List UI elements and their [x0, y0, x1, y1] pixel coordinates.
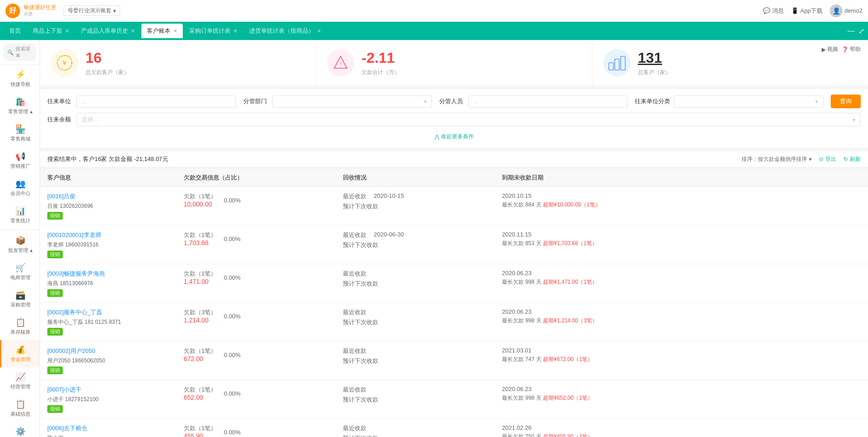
tab-inbound-stats[interactable]: 进货单统计表（按商品） ✕ — [244, 24, 326, 38]
last-collection-date-0: 2020-10-15 — [374, 192, 404, 201]
sidebar-finance-label: 资金管理 — [10, 356, 30, 363]
batch-mgmt-icon: 📦 — [15, 236, 25, 246]
customer-name-5[interactable]: [0007]小进干 — [47, 386, 184, 394]
sort-label: 排序：按欠款金额倒序排序 — [742, 156, 807, 163]
debt-percent-2: 0.00% — [224, 274, 241, 281]
table-row: [0016]吕俊 吕俊 13026203696 现销 欠款（1笔） 10,000… — [40, 187, 868, 226]
overdue-link-3[interactable]: 超期¥1,214.00（3笔） — [543, 317, 597, 324]
balance-select[interactable]: 选择... ▾ — [76, 113, 861, 126]
dept-select[interactable]: ▾ — [272, 95, 432, 108]
industry-name: 母婴行业演示账套 — [68, 7, 111, 15]
minimize-icon[interactable]: — — [848, 27, 855, 35]
tab-product-off-close[interactable]: ✕ — [65, 28, 69, 34]
sidebar-item-operation[interactable]: 📈 经营管理 — [0, 367, 40, 395]
sidebar-item-quick-nav[interactable]: ⚡ 快捷导航 — [0, 65, 40, 92]
sidebar-item-system[interactable]: ⚙️ 系统管理 — [0, 422, 40, 437]
overdue-link-5[interactable]: 超期¥652.00（1笔） — [543, 395, 593, 401]
unit-category-select[interactable]: ▾ — [674, 95, 823, 108]
stat-number-total-customers: 131 — [638, 49, 671, 66]
tab-product-history[interactable]: 产成品入库单历史 ✕ — [75, 24, 140, 38]
customer-name-6[interactable]: [0006]去下粮仓 — [47, 424, 184, 432]
user-name: demo2 — [844, 7, 863, 14]
tab-product-history-close[interactable]: ✕ — [131, 28, 135, 34]
last-collection-label-0: 最近收款 — [343, 192, 366, 201]
sidebar-item-member[interactable]: 👥 会员中心 — [0, 174, 40, 201]
avatar: 👤 — [830, 5, 843, 17]
customer-name-3[interactable]: [0002]服务中心_丁磊 — [47, 308, 184, 316]
search-button[interactable]: 查询 — [831, 95, 861, 108]
overdue-link-2[interactable]: 超期¥1,471.00（1笔） — [543, 279, 597, 285]
tab-inbound-stats-close[interactable]: ✕ — [317, 28, 321, 34]
overdue-link-0[interactable]: 超期¥10,000.00（1笔） — [543, 201, 601, 208]
app-download-btn[interactable]: 📱 App下载 — [791, 7, 823, 15]
overdue-date-5: 2020.06.23 — [502, 386, 861, 392]
customer-info-0: [0016]吕俊 吕俊 13026203696 现销 — [47, 192, 184, 220]
overdue-link-6[interactable]: 超期¥455.90（1笔） — [543, 433, 593, 437]
customer-name-1[interactable]: [0001020001]李老师 — [47, 231, 184, 239]
sidebar-search-label: 搜索菜单 — [15, 45, 32, 59]
sidebar-item-ecommerce[interactable]: 🛒 电商管理 — [0, 258, 40, 286]
customer-phone-4: 用户2050 18665062050 — [47, 357, 184, 365]
sidebar-search-box[interactable]: 🔍 搜索菜单 — [4, 44, 36, 61]
sidebar-item-retail-mgmt[interactable]: 🛍️ 零售管理 ▴ — [0, 92, 40, 120]
next-collection-label-2: 预计下次收款 — [343, 280, 378, 288]
collapse-button[interactable]: ⋀ 收起更多条件 — [47, 131, 861, 142]
user-menu[interactable]: 👤 demo2 — [830, 5, 863, 17]
source-unit-input[interactable]: ... — [76, 95, 236, 108]
overdue-link-1[interactable]: 超期¥1,703.68（1笔） — [543, 240, 597, 246]
export-btn[interactable]: ⊙ 导出 — [819, 156, 836, 163]
tab-purchase-order-close[interactable]: ✕ — [233, 28, 237, 34]
unit-category-label: 往来单位分类 — [635, 97, 670, 105]
debt-amount-5[interactable]: 652.00 — [184, 394, 216, 401]
video-btn[interactable]: ▶ 视频 — [822, 45, 838, 53]
customer-name-2[interactable]: [0003]畅捷服务尹海燕 — [47, 270, 184, 278]
industry-selector[interactable]: 母婴行业演示账套 ▾ — [64, 5, 120, 16]
tab-customer-account[interactable]: 客户账本 ✕ — [141, 24, 183, 38]
col-header-overdue: 到期未收款日期 — [502, 174, 861, 182]
last-collection-label-4: 最近收款 — [343, 347, 366, 355]
recovery-info-5: 最近收款 预计下次收款 — [343, 386, 502, 404]
recovery-row-0: 最近收款 2020-10-15 — [343, 192, 502, 201]
sort-selector[interactable]: 排序：按欠款金额倒序排序 ▾ — [742, 156, 812, 163]
tab-product-off[interactable]: 商品上下架 ✕ — [27, 24, 75, 38]
debt-percent-4: 0.00% — [224, 352, 241, 358]
debt-amount-2[interactable]: 1,471.00 — [184, 278, 216, 285]
debt-info-2: 欠款（1笔） 1,471.00 0.00% — [184, 270, 343, 285]
overdue-link-4[interactable]: 超期¥672.00（1笔） — [543, 356, 593, 362]
debt-amount-6[interactable]: 455.90 — [184, 432, 216, 437]
tab-home[interactable]: 首页 — [4, 24, 26, 38]
refresh-btn[interactable]: ↻ 刷新 — [843, 156, 861, 163]
expand-icon[interactable]: ⤢ — [858, 27, 864, 35]
sidebar-item-retail-stats[interactable]: 📊 零售统计 — [0, 201, 40, 229]
result-actions: 排序：按欠款金额倒序排序 ▾ ⊙ 导出 ↻ 刷新 — [742, 156, 861, 163]
debt-amount-3[interactable]: 1,214.00 — [184, 316, 216, 324]
debt-info-6: 欠款（1笔） 455.90 0.00% — [184, 424, 343, 437]
manager-dots: ... — [473, 98, 478, 105]
sidebar-item-finance[interactable]: 💰 资金管理 — [0, 340, 40, 367]
debt-amount-0[interactable]: 10,000.00 — [184, 201, 216, 208]
sidebar-item-purchase[interactable]: 🗃️ 采购管理 — [0, 286, 40, 313]
sidebar-item-inventory[interactable]: 📋 库存核算 — [0, 313, 40, 340]
overdue-date-6: 2021.02.26 — [502, 424, 861, 431]
sidebar-item-retail-mall[interactable]: 🏪 零售商城 — [0, 120, 40, 147]
recovery-info-4: 最近收款 预计下次收款 — [343, 347, 502, 365]
customer-name-4[interactable]: [000002]用户2050 — [47, 347, 184, 355]
tab-purchase-order[interactable]: 采购订单统计表 ✕ — [184, 24, 243, 38]
tab-customer-account-close[interactable]: ✕ — [173, 28, 177, 34]
sidebar-item-marketing[interactable]: 📢 营销推广 — [0, 147, 40, 174]
manager-input[interactable]: ... — [468, 95, 628, 108]
help-btn[interactable]: ❓ 帮助 — [842, 45, 861, 53]
debt-info-0: 欠款（1笔） 10,000.00 0.00% — [184, 192, 343, 208]
debt-amount-1[interactable]: 1,703.68 — [184, 239, 216, 246]
balance-arrow-icon: ▾ — [853, 116, 856, 123]
sidebar-retail-stats-label: 零售统计 — [10, 217, 30, 224]
customer-name-0[interactable]: [0016]吕俊 — [47, 192, 184, 201]
top-right: 💬 消息 📱 App下载 👤 demo2 — [763, 5, 863, 17]
stat-card-debt-total: ! -2.11 欠款合计（万） — [316, 40, 592, 85]
message-btn[interactable]: 💬 消息 — [763, 7, 784, 15]
message-icon: 💬 — [763, 7, 770, 14]
retail-stats-icon: 📊 — [15, 206, 25, 216]
sidebar-item-basic[interactable]: 📋 基础信息 — [0, 395, 40, 422]
sidebar-item-batch-mgmt[interactable]: 📦 批发管理 ▴ — [0, 231, 40, 258]
debt-amount-4[interactable]: 672.00 — [184, 355, 216, 362]
